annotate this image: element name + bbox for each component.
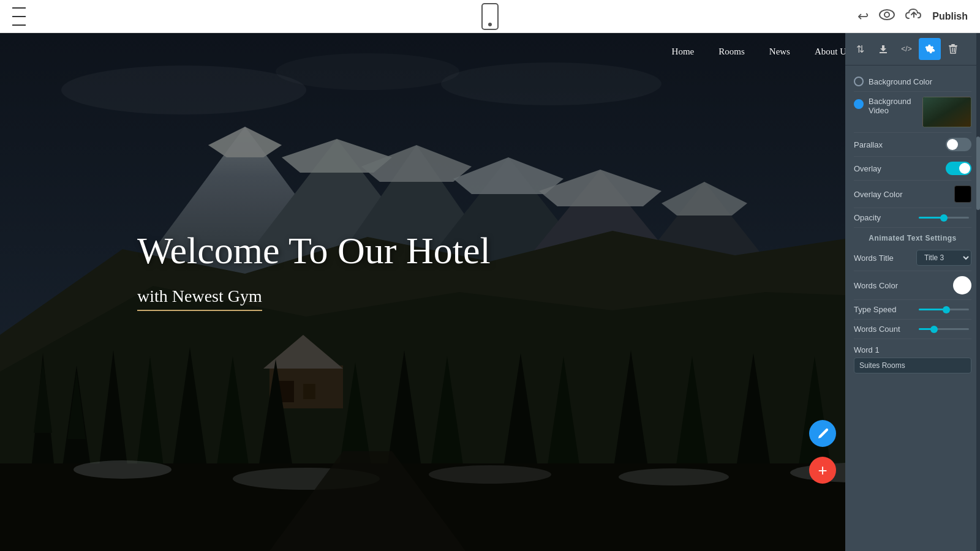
panel-icon-toolbar: ⇅ </> <box>845 33 980 66</box>
svg-rect-60 <box>938 114 951 123</box>
panel-settings-btn[interactable] <box>919 38 941 60</box>
svg-marker-58 <box>932 107 951 122</box>
hamburger-menu[interactable] <box>12 5 26 28</box>
panel-download-btn[interactable] <box>872 38 894 60</box>
svg-point-1 <box>884 12 889 17</box>
toolbar: ↩ Publish <box>0 0 980 33</box>
svg-marker-61 <box>937 110 951 116</box>
panel-move-btn[interactable]: ⇅ <box>849 38 871 60</box>
overlay-color-row: Overlay Color <box>854 181 971 208</box>
eye-icon[interactable] <box>878 9 895 24</box>
hero-content: Welcome To Our Hotel with Newest Gym <box>137 230 491 310</box>
word1-input[interactable]: Suites Rooms <box>854 358 971 373</box>
bg-color-radio[interactable] <box>854 77 864 86</box>
type-speed-row: Type Speed <box>854 300 971 320</box>
words-color-label: Words Color <box>854 281 953 290</box>
svg-marker-59 <box>941 110 966 123</box>
words-count-row: Words Count <box>854 320 971 339</box>
right-panel: ⇅ </> <box>845 33 980 551</box>
overlay-label: Overlay <box>854 164 946 173</box>
word1-section: Word 1 Suites Rooms <box>854 339 971 378</box>
hero-title: Welcome To Our Hotel <box>137 230 491 271</box>
svg-rect-55 <box>951 44 955 45</box>
opacity-row: Opacity <box>854 208 971 228</box>
background-color-row: Background Color <box>854 72 971 92</box>
words-count-label: Words Count <box>854 324 916 334</box>
panel-code-btn[interactable]: </> <box>895 38 918 60</box>
bg-color-label: Background Color <box>869 77 971 86</box>
words-count-slider[interactable] <box>916 328 971 330</box>
words-title-row: Words Title Title 3 Title 1 Title 2 Titl… <box>854 245 971 271</box>
nav-rooms[interactable]: Rooms <box>718 47 745 57</box>
edit-fab[interactable] <box>809 420 836 447</box>
opacity-label: Opacity <box>854 213 916 222</box>
overlay-color-label: Overlay Color <box>854 190 954 199</box>
hero-subtitle: with Newest Gym <box>137 287 262 311</box>
mobile-preview-icon[interactable] <box>481 3 499 30</box>
add-fab[interactable]: + <box>809 457 836 484</box>
words-title-label: Words Title <box>854 253 916 263</box>
panel-scrollbar[interactable] <box>976 33 980 551</box>
navigation: Home Rooms News About Us BOOK NOW <box>0 33 980 70</box>
undo-icon[interactable]: ↩ <box>858 9 869 24</box>
words-title-select[interactable]: Title 3 Title 1 Title 2 Title 4 <box>916 250 971 266</box>
panel-content: Background Color Background Video <box>845 66 980 551</box>
bg-video-radio[interactable] <box>854 99 864 109</box>
opacity-slider[interactable] <box>916 217 971 219</box>
svg-point-0 <box>880 10 894 20</box>
toolbar-center <box>481 3 499 30</box>
animated-text-header: Animated Text Settings <box>854 228 971 245</box>
toolbar-left <box>12 5 26 28</box>
overlay-row: Overlay <box>854 157 971 181</box>
nav-news[interactable]: News <box>769 47 790 57</box>
parallax-row: Parallax <box>854 133 971 157</box>
parallax-toggle[interactable] <box>946 138 971 151</box>
word1-label: Word 1 <box>854 345 880 354</box>
panel-delete-btn[interactable] <box>942 38 964 60</box>
words-color-swatch[interactable] <box>953 276 971 294</box>
canvas: Home Rooms News About Us BOOK NOW Welcom… <box>0 33 980 551</box>
toolbar-right: ↩ Publish <box>858 7 968 25</box>
overlay-toggle[interactable] <box>946 162 971 175</box>
svg-rect-57 <box>923 97 971 127</box>
svg-rect-54 <box>880 52 887 53</box>
publish-button[interactable]: Publish <box>932 11 968 22</box>
parallax-label: Parallax <box>854 140 946 149</box>
bg-video-label: Background Video <box>869 97 922 115</box>
background-video-row: Background Video <box>854 92 971 133</box>
bg-thumbnail[interactable] <box>922 97 971 127</box>
type-speed-slider[interactable] <box>916 309 971 310</box>
words-color-row: Words Color <box>854 271 971 300</box>
type-speed-label: Type Speed <box>854 305 916 314</box>
upload-cloud-icon[interactable] <box>905 7 922 25</box>
nav-home[interactable]: Home <box>672 47 695 57</box>
overlay-color-swatch[interactable] <box>954 186 971 203</box>
